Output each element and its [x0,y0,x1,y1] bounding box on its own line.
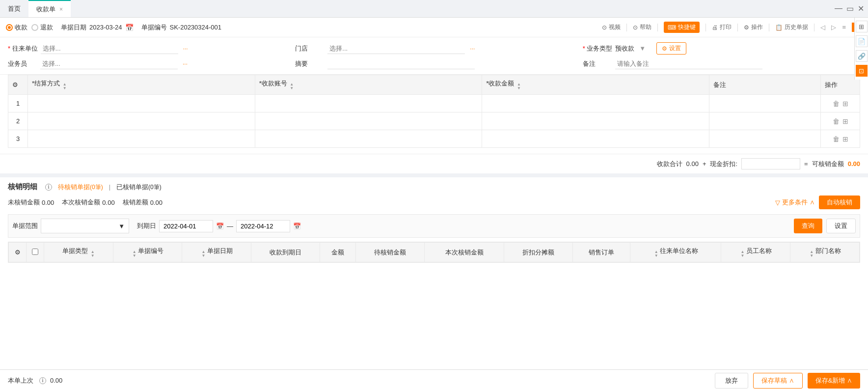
window-close-icon[interactable]: ✕ [858,4,864,13]
calendar-icon[interactable]: 📅 [125,24,134,31]
radio-receipt-circle [6,24,13,31]
settings-label: 设置 [669,44,681,53]
query-button[interactable]: 查询 [794,219,822,233]
more-conditions-btn[interactable]: ▽ 更多条件 ∧ [775,198,815,207]
layout-next-icon[interactable]: ▷ [831,24,836,31]
row-3-settlement[interactable] [28,130,255,148]
auto-verify-button[interactable]: 自动核销 [819,196,860,209]
row-2-amount[interactable] [482,112,709,130]
detail-doctype-header: 单据类型 ▲▼ [44,243,113,262]
row-3-amount[interactable] [482,130,709,148]
radio-refund[interactable]: 退款 [31,23,53,32]
tab-done[interactable]: 已核销单据(0筆) [116,183,162,192]
counterparty-more-icon[interactable]: ··· [183,45,188,52]
store-more-icon[interactable]: ··· [470,45,475,52]
divider-1 [626,24,627,31]
operate-label: 操作 [751,23,763,31]
dept-sort-icon: ▲▼ [810,250,814,258]
layout-list-icon[interactable]: ≡ [842,24,846,31]
row-3-copy-icon[interactable]: ⊞ [842,135,848,143]
print-label: 打印 [720,23,732,31]
action-help[interactable]: ⊙ 帮助 [633,23,651,31]
doc-num-value: SK-20230324-001 [170,24,222,31]
detail-table-wrapper: ⚙ 单据类型 ▲▼ ▲▼ 单据编号 ▲▼ [8,242,860,263]
toolbar-actions: ⊙ 视频 ⊙ 帮助 ⌨ 快捷键 🖨 打印 ⚙ 操作 [602,22,862,33]
biz-type-dropdown-icon[interactable]: ▼ [639,45,646,52]
due-date-filter: 到期日 📅 — 📅 [137,220,301,232]
action-print[interactable]: 🖨 打印 [712,23,732,31]
detail-gear-header[interactable]: ⚙ [9,243,27,262]
right-panel-expand-icon[interactable]: ⊡ [856,65,868,77]
action-video[interactable]: ⊙ 视频 [602,23,621,31]
range-select[interactable]: ▼ [41,219,129,233]
detail-dept-header: ▲▼ 部门名称 [790,243,860,262]
receipt-type-radio-group: 收款 退款 [6,23,53,32]
staff-sort-icon: ▲▼ [741,250,745,258]
summary-input[interactable] [327,58,475,69]
net-label: 可核销金额 [812,160,844,168]
tab-home[interactable]: 首页 [0,0,28,17]
row-1-remark[interactable] [709,95,820,112]
action-operate[interactable]: ⚙ 操作 [744,23,763,31]
layout-prev-icon[interactable]: ◁ [820,24,825,31]
doc-date-value[interactable]: 2023-03-24 [89,24,122,31]
tab-close-icon[interactable]: × [59,6,63,13]
tab-pending[interactable]: 待核销单据(0筆) [58,183,103,192]
detail-docnum-header: ▲▼ 单据编号 [113,243,182,262]
prev-next-info-icon[interactable]: ℹ [39,377,46,384]
settings-button[interactable]: ⚙ 设置 [656,42,686,55]
staff-label: 业务员 [8,59,37,68]
action-shortcut[interactable]: ⌨ 快捷键 [664,22,700,33]
table-gear-header[interactable]: ⚙ [8,75,28,95]
row-3-remark[interactable] [709,130,820,148]
row-1-copy-icon[interactable]: ⊞ [842,100,848,108]
detail-settings-button[interactable]: 设置 [826,219,856,233]
detail-amount-header: 金额 [320,243,355,262]
row-2-delete-icon[interactable]: 🗑 [833,117,840,125]
table-remark-header: 备注 [709,75,820,95]
abandon-button[interactable]: 放弃 [715,373,748,389]
row-1-settlement[interactable] [28,95,255,112]
window-minimize-icon[interactable]: — [835,4,842,13]
right-panel-link-icon[interactable]: 🔗 [856,50,868,62]
action-history[interactable]: 📋 历史单据 [775,23,808,31]
row-3-account[interactable] [255,130,482,148]
remark-input[interactable] [615,58,762,69]
store-input[interactable] [327,43,465,54]
start-date-input[interactable] [159,220,213,232]
detail-checkbox-header[interactable] [27,243,44,262]
summary-row: 收款合计 0.00 + 现金折扣: = 可核销金额 0.00 [0,154,868,173]
staff-input[interactable] [40,58,178,69]
row-2-account[interactable] [255,112,482,130]
row-1-delete-icon[interactable]: 🗑 [833,100,840,108]
staff-more-icon[interactable]: ··· [183,60,188,67]
verify-info-icon[interactable]: ℹ [45,184,52,191]
tab-separator: | [109,183,110,191]
divider-5 [769,24,769,31]
tab-active-receipt[interactable]: 收款单 × [28,0,71,17]
due-date-label: 到期日 [137,222,156,230]
filter-icon: ▽ [775,199,780,206]
stat-current-label: 本次核销金额 [62,198,100,207]
row-2-copy-icon[interactable]: ⊞ [842,117,848,125]
right-panel-doc-icon[interactable]: 📄 [856,35,868,47]
radio-receipt[interactable]: 收款 [6,23,27,32]
discount-label: 现金折扣: [710,160,737,168]
counterparty-input[interactable] [41,43,178,54]
row-3-delete-icon[interactable]: 🗑 [833,135,840,143]
docnum-sort-icon: ▲▼ [133,250,136,258]
end-date-input[interactable] [236,220,290,232]
window-maximize-icon[interactable]: ▭ [846,4,854,13]
more-conditions-label: 更多条件 ∧ [782,198,815,207]
save-draft-button[interactable]: 保存草稿 ∧ [753,373,803,389]
row-1-account[interactable] [255,95,482,112]
right-panel-table-icon[interactable]: ⊞ [856,21,868,32]
select-all-checkbox[interactable] [32,249,38,255]
discount-input[interactable] [741,158,800,169]
end-calendar-icon[interactable]: 📅 [293,223,301,230]
row-2-remark[interactable] [709,112,820,130]
row-1-amount[interactable] [482,95,709,112]
save-new-button[interactable]: 保存&新增 ∧ [808,373,860,389]
row-2-settlement[interactable] [28,112,255,130]
start-calendar-icon[interactable]: 📅 [216,223,224,230]
